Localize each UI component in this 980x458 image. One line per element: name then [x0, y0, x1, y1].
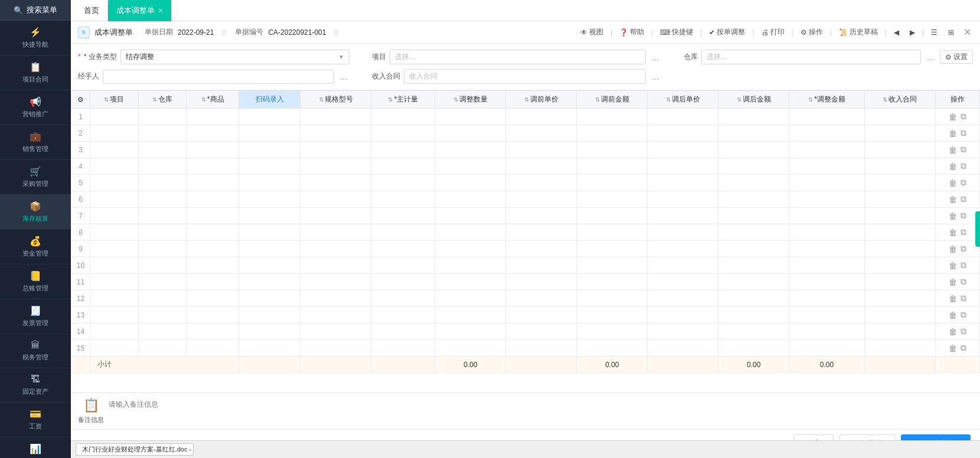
delete-icon[interactable]: 🗑: [949, 310, 957, 320]
cell-goods[interactable]: [187, 274, 239, 290]
operations-btn[interactable]: ⚙ 操作: [797, 26, 827, 38]
cell-goods[interactable]: [187, 208, 239, 224]
cell-adj-qty[interactable]: [435, 340, 506, 356]
cell-after-amount[interactable]: [718, 340, 789, 356]
cell-before-price[interactable]: [506, 307, 577, 323]
cell-adj-qty[interactable]: [435, 142, 506, 158]
cell-scan-input[interactable]: [239, 274, 300, 290]
cell-adj-amount[interactable]: [789, 274, 864, 290]
cell-after-amount[interactable]: [718, 323, 789, 340]
cell-adj-amount[interactable]: [789, 109, 864, 125]
cell-before-price[interactable]: [506, 208, 577, 224]
note-input[interactable]: [109, 398, 973, 411]
cell-before-price[interactable]: [506, 241, 577, 257]
cell-scan-input[interactable]: [239, 307, 300, 323]
cell-project[interactable]: [90, 175, 139, 191]
cell-project[interactable]: [90, 290, 139, 307]
cell-spec-type[interactable]: [300, 307, 371, 323]
cell-main-qty[interactable]: [371, 340, 435, 356]
cell-income-contract[interactable]: [864, 290, 935, 307]
cell-goods[interactable]: [187, 323, 239, 340]
cell-scan-input[interactable]: [239, 323, 300, 340]
cell-before-amount[interactable]: [577, 175, 648, 191]
cell-spec-type[interactable]: [300, 274, 371, 290]
sidebar-item-purchase-mgmt[interactable]: 🛒 采购管理: [0, 160, 71, 195]
sidebar-search[interactable]: 🔍 搜索菜单: [0, 0, 71, 21]
cell-before-amount[interactable]: [577, 142, 648, 158]
cell-before-price[interactable]: [506, 158, 577, 175]
cell-adj-qty[interactable]: [435, 307, 506, 323]
cell-after-price[interactable]: [648, 175, 718, 191]
cell-scan-input[interactable]: [239, 241, 300, 257]
agent-dots[interactable]: ...: [338, 72, 349, 81]
cell-after-price[interactable]: [648, 208, 718, 224]
col-sort-icon[interactable]: ⇅: [201, 96, 206, 103]
cell-main-qty[interactable]: [371, 158, 435, 175]
sidebar-item-fund-mgmt[interactable]: 💰 资金管理: [0, 230, 71, 264]
cell-adj-qty[interactable]: [435, 191, 506, 208]
cell-adj-qty[interactable]: [435, 257, 506, 274]
cell-adj-amount[interactable]: [789, 241, 864, 257]
table-row[interactable]: 9 🗑 ⧉: [71, 241, 980, 257]
cell-before-price[interactable]: [506, 340, 577, 356]
cell-income-contract[interactable]: [864, 175, 935, 191]
cell-project[interactable]: [90, 241, 139, 257]
cell-project[interactable]: [90, 224, 139, 241]
cell-main-qty[interactable]: [371, 241, 435, 257]
delete-icon[interactable]: 🗑: [949, 244, 957, 254]
cell-goods[interactable]: [187, 175, 239, 191]
cell-project[interactable]: [90, 274, 139, 290]
print-btn[interactable]: 🖨 打印: [758, 26, 788, 38]
copy-icon[interactable]: ⧉: [961, 211, 966, 221]
sidebar-item-quick-nav[interactable]: ⚡ 快捷导航: [0, 21, 71, 55]
table-row[interactable]: 8 🗑 ⧉: [71, 224, 980, 241]
cell-spec-type[interactable]: [300, 323, 371, 340]
cell-warehouse[interactable]: [138, 307, 187, 323]
copy-icon[interactable]: ⧉: [961, 310, 966, 320]
col-sort-icon[interactable]: ⇅: [808, 96, 813, 103]
delete-icon[interactable]: 🗑: [949, 112, 957, 122]
table-row[interactable]: 5 🗑 ⧉: [71, 175, 980, 191]
cell-before-price[interactable]: [506, 274, 577, 290]
cell-before-amount[interactable]: [577, 274, 648, 290]
cell-before-price[interactable]: [506, 175, 577, 191]
cell-spec-type[interactable]: [300, 191, 371, 208]
cell-main-qty[interactable]: [371, 290, 435, 307]
right-edge-indicator[interactable]: [975, 211, 980, 247]
cell-after-amount[interactable]: [718, 158, 789, 175]
delete-icon[interactable]: 🗑: [949, 327, 957, 336]
tab-close-icon[interactable]: ×: [158, 6, 163, 15]
table-row[interactable]: 2 🗑 ⧉: [71, 125, 980, 142]
cell-after-price[interactable]: [648, 125, 718, 142]
cell-adj-amount[interactable]: [789, 224, 864, 241]
cell-after-amount[interactable]: [718, 191, 789, 208]
cell-spec-type[interactable]: [300, 125, 371, 142]
cell-income-contract[interactable]: [864, 142, 935, 158]
cell-main-qty[interactable]: [371, 175, 435, 191]
cell-adj-amount[interactable]: [789, 175, 864, 191]
copy-icon[interactable]: ⧉: [961, 277, 966, 287]
cell-income-contract[interactable]: [864, 257, 935, 274]
cell-warehouse[interactable]: [138, 274, 187, 290]
cell-adj-qty[interactable]: [435, 175, 506, 191]
cell-spec-type[interactable]: [300, 224, 371, 241]
cell-before-price[interactable]: [506, 257, 577, 274]
cell-scan-input[interactable]: [239, 109, 300, 125]
cell-scan-input[interactable]: [239, 142, 300, 158]
cell-after-amount[interactable]: [718, 257, 789, 274]
help-btn[interactable]: ❓ 帮助: [616, 26, 648, 38]
col-sort-icon[interactable]: ⇅: [152, 96, 157, 103]
col-sort-icon[interactable]: ⇅: [883, 96, 887, 103]
sidebar-item-tax-mgmt[interactable]: 🏛 税务管理: [0, 334, 71, 368]
delete-icon[interactable]: 🗑: [949, 195, 957, 204]
table-row[interactable]: 14 🗑 ⧉: [71, 323, 980, 340]
cell-spec-type[interactable]: [300, 208, 371, 224]
delete-icon[interactable]: 🗑: [949, 261, 957, 270]
cell-adj-amount[interactable]: [789, 257, 864, 274]
cell-before-price[interactable]: [506, 290, 577, 307]
cell-project[interactable]: [90, 257, 139, 274]
table-row[interactable]: 11 🗑 ⧉: [71, 274, 980, 290]
delete-icon[interactable]: 🗑: [949, 162, 957, 171]
cell-main-qty[interactable]: [371, 191, 435, 208]
copy-icon[interactable]: ⧉: [961, 194, 966, 204]
